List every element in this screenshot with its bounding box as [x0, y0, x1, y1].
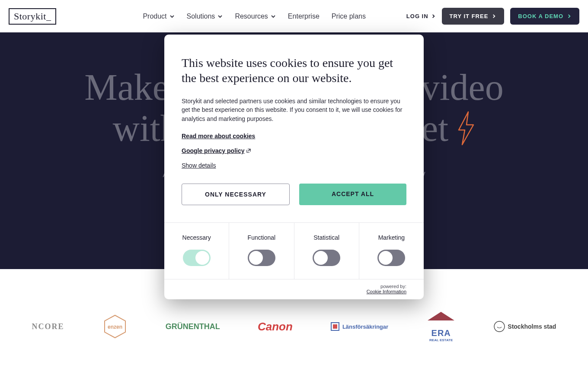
cookie-modal-body: This website uses cookies to ensure you …	[164, 35, 424, 184]
cat-necessary-label: Necessary	[169, 234, 224, 241]
cookie-buttons: ONLY NECESSARY ACCEPT ALL	[164, 184, 424, 222]
cookie-title: This website uses cookies to ensure you …	[182, 55, 406, 86]
cat-necessary: Necessary	[164, 223, 229, 279]
cookie-google-policy-link[interactable]: Google privacy policy	[182, 147, 251, 154]
cookie-provider-link[interactable]: Cookie Information	[367, 289, 406, 294]
external-link-icon	[246, 149, 251, 153]
cookie-categories: Necessary Functional Statistical Marketi…	[164, 222, 424, 279]
cookie-read-more-link[interactable]: Read more about cookies	[182, 133, 255, 140]
toggle-statistical[interactable]	[313, 250, 340, 266]
cookie-overlay: This website uses cookies to ensure you …	[0, 0, 588, 371]
cookie-desc: Storykit and selected partners use cooki…	[182, 97, 406, 123]
cat-functional-label: Functional	[233, 234, 289, 241]
toggle-marketing[interactable]	[377, 250, 405, 266]
toggle-functional[interactable]	[248, 250, 275, 266]
cat-statistical: Statistical	[294, 223, 359, 279]
cookie-show-details[interactable]: Show details	[182, 162, 216, 169]
cookie-modal: This website uses cookies to ensure you …	[164, 35, 424, 299]
cat-functional: Functional	[229, 223, 294, 279]
only-necessary-button[interactable]: ONLY NECESSARY	[182, 184, 290, 205]
cookie-footer: powered by: Cookie Information	[164, 279, 424, 299]
accept-all-button[interactable]: ACCEPT ALL	[299, 184, 406, 205]
google-policy-label: Google privacy policy	[182, 147, 245, 154]
toggle-necessary	[183, 250, 211, 266]
cat-marketing: Marketing	[359, 223, 424, 279]
cat-marketing-label: Marketing	[364, 234, 419, 241]
powered-by-label: powered by:	[380, 284, 406, 289]
cat-statistical-label: Statistical	[299, 234, 355, 241]
